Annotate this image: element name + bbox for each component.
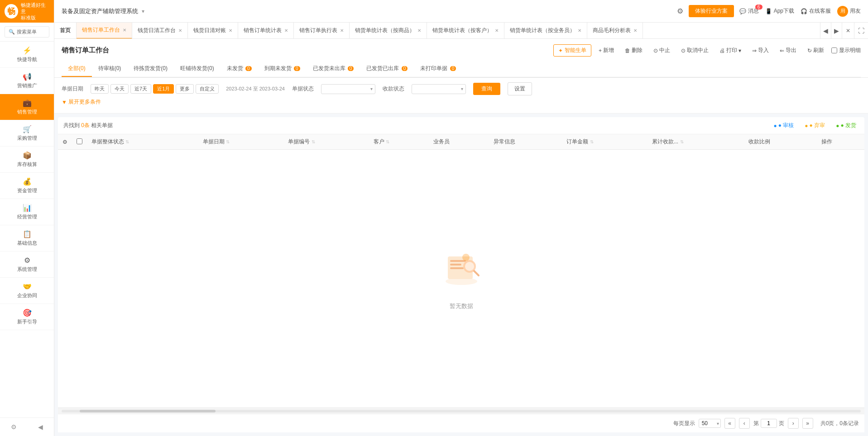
last-page-button[interactable]: » (802, 418, 813, 429)
tab-gross-profit-close[interactable]: ✕ (633, 28, 637, 33)
page-suffix: 页 (779, 420, 784, 427)
payment-select-wrap (412, 84, 466, 94)
smart-generate-button[interactable]: ✦ 智能生单 (553, 44, 591, 57)
sidebar-nav-purchase[interactable]: 🛒 采购管理 (0, 120, 54, 147)
tab-cash-daily-close[interactable]: ✕ (178, 28, 182, 33)
per-page-select[interactable]: 20 50 100 (699, 419, 721, 428)
show-detail-input[interactable] (831, 47, 837, 53)
date-last7-button[interactable]: 近7天 (130, 84, 151, 94)
sub-tab-shipped-out[interactable]: 已发货已出库 0 (360, 61, 414, 77)
page-input[interactable] (761, 419, 777, 428)
sidebar-search-button[interactable]: 🔍 搜索菜单 (5, 26, 49, 38)
query-button[interactable]: 查询 (473, 83, 500, 95)
sidebar-collapse-button[interactable]: ◀ (36, 422, 45, 432)
tab-sales-workbench-close[interactable]: ✕ (123, 28, 126, 33)
payment-filter-label: 收款状态 (383, 85, 404, 93)
print-dropdown-icon: ▾ (739, 47, 741, 54)
delete-button[interactable]: 🗑 删除 (621, 45, 646, 56)
tab-prev-button[interactable]: ◀ (820, 23, 831, 39)
scrollbar-thumb[interactable] (80, 410, 216, 412)
import-button[interactable]: ⇒ 导入 (748, 45, 772, 56)
tab-sales-summary-staff-close[interactable]: ✕ (578, 28, 581, 33)
sub-tab-pending-review[interactable]: 待审核(0) (92, 61, 128, 77)
empty-area: 暂无数据 (58, 150, 864, 408)
prev-page-button[interactable]: ‹ (739, 418, 750, 429)
sidebar-nav-marketing[interactable]: 📢 营销推广 (0, 68, 54, 94)
sub-tab-wangpu[interactable]: 旺铺待发货(0) (174, 61, 221, 77)
tab-close-all-button[interactable]: ✕ (842, 23, 854, 39)
ship-button[interactable]: ● ● 发货 (833, 121, 859, 130)
tab-sales-exec[interactable]: 销售订单执行表 ✕ (294, 23, 350, 39)
industry-solution-button[interactable]: 体验行业方案 (689, 5, 734, 17)
refresh-button[interactable]: ↻ 刷新 (804, 45, 828, 56)
tab-cash-reconcile[interactable]: 钱货日清对账 ✕ (188, 23, 238, 39)
tab-sales-stats[interactable]: 销售订单统计表 ✕ (238, 23, 294, 39)
sidebar-settings-button[interactable]: ⚙ (9, 422, 19, 432)
tab-sales-summary-staff[interactable]: 销货单统计表（按业务员） ✕ (504, 23, 587, 39)
sidebar-nav-base[interactable]: 📋 基础信息 (0, 225, 54, 251)
tab-sales-stats-close[interactable]: ✕ (284, 28, 288, 33)
sidebar-nav-system[interactable]: ⚙ 系统管理 (0, 251, 54, 278)
select-all-checkbox[interactable] (77, 138, 82, 144)
tab-sales-exec-close[interactable]: ✕ (340, 28, 344, 33)
user-menu[interactable]: 用 用友 (837, 6, 861, 17)
sidebar-nav-sales[interactable]: 💼 销售管理 (0, 94, 54, 120)
show-detail-checkbox[interactable]: 显示明细 (831, 47, 861, 54)
date-today-button[interactable]: 今天 (110, 84, 129, 94)
print-button[interactable]: 🖨 打印 ▾ (716, 45, 745, 56)
sidebar-nav-finance[interactable]: 💰 资金管理 (0, 173, 54, 199)
tab-cash-daily[interactable]: 钱货日清工作台 ✕ (132, 23, 188, 39)
cancel-review-button[interactable]: ● ● 弃审 (802, 121, 828, 130)
th-amount: 订单金额 ⇅ (562, 134, 647, 150)
sub-tab-pending-inspect[interactable]: 待拣货发货(0) (127, 61, 174, 77)
sub-tab-unprinted[interactable]: 未打印单据 0 (414, 61, 462, 77)
sidebar-nav-guide[interactable]: 🎯 新手引导 (0, 304, 54, 330)
sidebar-nav-enterprise[interactable]: 🤝 企业协同 (0, 278, 54, 304)
export-button[interactable]: ⇐ 导出 (776, 45, 800, 56)
tab-cash-reconcile-close[interactable]: ✕ (229, 28, 232, 33)
page-header: 销售订单工作台 ✦ 智能生单 + 新增 🗑 删除 ⊙ (54, 39, 868, 78)
tab-sales-workbench[interactable]: 销售订单工作台 ✕ (77, 23, 132, 39)
tab-home[interactable]: 首页 (54, 23, 77, 39)
sub-tab-shipped-no-out-label: 已发货未出库 (313, 65, 345, 71)
review-button[interactable]: ● ● 审核 (771, 121, 796, 130)
sidebar-nav-quick[interactable]: ⚡ 快捷导航 (0, 42, 54, 68)
filter-settings-button[interactable]: 设置 (508, 82, 532, 95)
sub-tabs: 全部(0) 待审核(0) 待拣货发货(0) 旺铺待发货(0) 未发货 0 到期未… (62, 61, 861, 77)
app-download-button[interactable]: 📱 App下载 (765, 7, 794, 15)
suspend-button[interactable]: ⊙ 中止 (650, 45, 674, 56)
first-page-button[interactable]: « (724, 418, 735, 429)
date-yesterday-button[interactable]: 昨天 (91, 84, 109, 94)
sub-tab-not-shipped[interactable]: 未发货 0 (221, 61, 258, 77)
message-button[interactable]: 💬 消息 6 (739, 7, 759, 15)
horizontal-scrollbar[interactable] (58, 408, 864, 414)
sidebar-nav-purchase-label: 采购管理 (17, 135, 37, 142)
tab-sales-summary-product[interactable]: 销货单统计表（按商品） ✕ (350, 23, 427, 39)
sub-tab-shipped-no-out[interactable]: 已发货未出库 0 (307, 61, 360, 77)
next-page-button[interactable]: › (788, 418, 799, 429)
sidebar-nav-inventory[interactable]: 📦 库存核算 (0, 147, 54, 173)
sidebar-nav-operations[interactable]: 📊 经营管理 (0, 199, 54, 225)
tab-cash-daily-label: 钱货日清工作台 (138, 27, 176, 34)
online-service-button[interactable]: 🎧 在线客服 (801, 7, 831, 15)
status-select[interactable] (321, 84, 375, 94)
cancel-suspend-button[interactable]: ⊙ 取消中止 (677, 45, 712, 56)
tab-sales-summary-customer[interactable]: 销货单统计表（按客户） ✕ (427, 23, 504, 39)
add-button[interactable]: + 新增 (595, 45, 618, 56)
sub-tab-all[interactable]: 全部(0) (62, 61, 92, 77)
date-last1m-button[interactable]: 近1月 (153, 84, 174, 94)
tab-sales-summary-customer-close[interactable]: ✕ (495, 28, 499, 33)
avatar: 用 (837, 6, 848, 17)
tab-sales-summary-product-close[interactable]: ✕ (417, 28, 421, 33)
sub-tab-overdue[interactable]: 到期未发货 0 (258, 61, 307, 77)
star-icon: ✦ (558, 47, 563, 54)
tab-next-button[interactable]: ▶ (831, 23, 842, 39)
date-custom-button[interactable]: 自定义 (196, 84, 219, 94)
topbar-settings-button[interactable]: ⚙ (677, 7, 683, 15)
tab-expand-button[interactable]: ⛶ (854, 23, 868, 39)
expand-filter-button[interactable]: ▼ 展开更多条件 (62, 98, 101, 106)
payment-select[interactable] (412, 84, 466, 94)
date-more-button[interactable]: 更多 (176, 84, 194, 94)
system-dropdown-button[interactable]: ▾ (142, 8, 144, 14)
tab-gross-profit[interactable]: 商品毛利分析表 ✕ (587, 23, 643, 39)
